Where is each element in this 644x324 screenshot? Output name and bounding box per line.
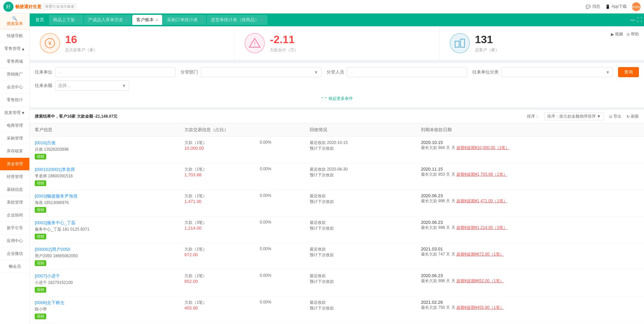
last-payment: 最近收款 2020-06-30 — [310, 167, 411, 172]
customer-phone: 用户2050 18665062050 — [35, 253, 174, 259]
filter-item-dept: 分管部门 ▼ — [180, 67, 321, 77]
debt-amount[interactable]: 1,471.00 — [185, 199, 250, 204]
overdue-link[interactable]: 超期¥超期¥652.00（1笔） — [456, 278, 504, 283]
last-payment: 最近收款 — [310, 273, 411, 279]
tab-close-icon4[interactable]: ✕ — [199, 18, 202, 22]
refresh-btn[interactable]: ↻ 刷新 — [626, 114, 639, 119]
overdue-link[interactable]: 超期¥超期¥1,471.00（1笔） — [456, 199, 507, 203]
customer-cell: [0001020001]李老师 李老师 18600391516 现销 — [30, 163, 179, 190]
collapse-btn[interactable]: ⌃⌃ 收起更多条件 — [321, 96, 353, 101]
customer-name-link[interactable]: [0016]吕俊 — [35, 140, 56, 145]
table-row: [000002]用户2050 用户2050 18665062050 现销 欠款（… — [30, 243, 644, 270]
sidebar-item-basic-info[interactable]: 基础信息 — [0, 183, 29, 196]
filter-select-dept[interactable]: ▼ — [201, 67, 321, 77]
filter-input-person[interactable]: ··· — [347, 67, 467, 77]
customer-name-link[interactable]: [0001020001]李老师 — [35, 167, 75, 172]
tab-close-icon[interactable]: ✕ — [77, 18, 79, 22]
stat-info-3: 131 总客户（家） — [475, 33, 499, 53]
customer-name-link[interactable]: [0003]畅捷服务尹海燕 — [35, 194, 78, 199]
sidebar-item-newbie[interactable]: 新手引导 — [0, 222, 29, 235]
debt-cell: 欠款（1笔） 10,000.00 — [179, 137, 255, 163]
col-customer: 客户信息 — [30, 123, 179, 137]
chevron-down-icon: ▼ — [314, 70, 318, 75]
tab-close-icon3[interactable]: ✕ — [156, 18, 158, 22]
tab-product-history[interactable]: 产成品入库单历史 ✕ — [84, 15, 132, 25]
svg-text:!: ! — [254, 41, 255, 47]
filter-select-balance[interactable]: 选择... ▼ — [55, 81, 129, 91]
avatar[interactable]: demo2 — [632, 2, 641, 11]
tab-inbound-summary[interactable]: 进货单统计表（按商品） ✕ — [207, 15, 268, 25]
table-row: [000001]黄思源 黄思源 13552700226 现销 欠款（1笔） 42… — [30, 323, 644, 324]
customer-name-link[interactable]: [000002]用户2050 — [35, 247, 71, 252]
video-btn[interactable]: ▶ 视频 — [611, 31, 623, 37]
customer-phone: 吕俊 13026203696 — [35, 147, 174, 152]
debt-amount[interactable]: 672.00 — [185, 252, 250, 257]
sidebar-item-system[interactable]: 系统管理 — [0, 196, 29, 209]
sidebar-item-app-center[interactable]: 应用中心 — [0, 235, 29, 247]
debt-amount[interactable]: 10,000.00 — [185, 146, 250, 151]
overdue-link[interactable]: 超期¥超期¥455.90（1笔） — [456, 305, 504, 310]
customer-name-link[interactable]: [0006]去下粮仓 — [35, 300, 64, 305]
sort-select[interactable]: 排序：按欠款金额倒序排序 ▼ — [544, 113, 604, 120]
debt-count: 欠款（1笔） — [185, 167, 250, 172]
overdue-link[interactable]: 超期¥超期¥1,214.00（3笔） — [456, 225, 507, 230]
sidebar-item-retail-stat[interactable]: 零售统计 — [0, 94, 29, 107]
overdue-link[interactable]: 超期¥超期¥1,703.68（1笔） — [456, 172, 507, 177]
sidebar-item-purchase[interactable]: 采购管理 — [0, 132, 29, 145]
tab-customer-account[interactable]: 客户账本 ✕ — [132, 15, 162, 25]
overdue-link[interactable]: 超期¥超期¥672.00（1笔） — [456, 252, 504, 257]
debt-amount[interactable]: 1,703.68 — [185, 172, 250, 177]
debt-percent: 0.00% — [260, 300, 300, 304]
sidebar-item-retail-mgmt[interactable]: 零售管理 ▲ — [0, 42, 29, 55]
debt-percent: 0.00% — [260, 140, 300, 145]
sidebar-item-member2[interactable]: 畅会员 — [0, 260, 29, 273]
app-download-btn[interactable]: 📱 App下载 — [605, 4, 627, 9]
customer-cell: [0007]小进干 小进干 18279152100 现销 — [30, 270, 179, 296]
tab-home[interactable]: 首页 — [31, 15, 48, 25]
debt-percent: 0.00% — [260, 193, 300, 198]
sidebar-item-marketing[interactable]: 营销推广 — [0, 68, 29, 81]
debt-amount[interactable]: 652.00 — [185, 279, 250, 284]
customer-name-link[interactable]: [0007]小进干 — [35, 273, 60, 278]
search-button[interactable]: 查询 — [618, 67, 639, 77]
filter-row-2: 往来余额 选择... ▼ — [35, 81, 639, 91]
sidebar-item-quick-nav[interactable]: 快捷导航 — [0, 30, 29, 42]
sidebar-item-enterprise[interactable]: 企业协同 — [0, 209, 29, 222]
help-icon: ⊙ — [626, 32, 630, 37]
next-payment: 预计下次收款 — [310, 172, 411, 178]
sidebar-item-inventory[interactable]: 库存核算 — [0, 145, 29, 158]
overdue-link[interactable]: 超期¥超期¥10,000.00（1笔） — [456, 145, 509, 150]
customer-name-link[interactable]: [0002]服务中心_丁磊 — [35, 220, 76, 225]
tab-purchase-summary[interactable]: 采购订单统计表 ✕ — [163, 15, 206, 25]
tab-goods-toggle[interactable]: 商品上下架 ✕ — [49, 15, 83, 25]
filter-input-unit[interactable]: ··· — [55, 67, 175, 77]
tab-close-icon2[interactable]: ✕ — [125, 18, 128, 22]
debt-amount[interactable]: 455.90 — [185, 305, 250, 311]
customer-tag: 现销 — [35, 260, 46, 266]
next-payment: 预计下次收款 — [310, 226, 411, 231]
sidebar-item-batch-mgmt[interactable]: 批发管理 ▼ — [0, 107, 29, 119]
tab-close-icon5[interactable]: ✕ — [261, 18, 263, 22]
help-btn[interactable]: ⊙ 帮助 — [626, 31, 639, 37]
debt-percent: 0.00% — [260, 167, 300, 171]
sidebar-search[interactable]: 🔍 搜索菜单 — [0, 13, 29, 30]
debt-amount[interactable]: 1,214.00 — [185, 226, 250, 231]
next-payment: 预计下次收款 — [310, 279, 411, 285]
chevron-up-icon: ⌃⌃ — [321, 96, 328, 101]
sidebar-item-wechat[interactable]: 企业微信 — [0, 247, 29, 260]
sidebar-item-ecommerce[interactable]: 电商管理 — [0, 119, 29, 132]
message-btn[interactable]: 💬 消息 — [586, 4, 600, 9]
filter-item-balance: 往来余额 选择... ▼ — [35, 81, 129, 91]
sidebar-item-retail-mall[interactable]: 零售商城 — [0, 55, 29, 68]
last-payment: 最近收款 — [310, 220, 411, 226]
export-btn[interactable]: ⊙ 导出 — [609, 114, 621, 119]
filter-select-category[interactable]: ▼ — [501, 67, 613, 77]
overdue-days: 最长欠款 884 天 天 超期¥超期¥10,000.00（1笔） — [421, 145, 639, 151]
phone-icon: 📱 — [605, 4, 610, 9]
sidebar-item-member[interactable]: 会员中心 — [0, 81, 29, 94]
sidebar-item-finance[interactable]: 资金管理 — [0, 158, 29, 171]
sidebar-item-operation[interactable]: 经营管理 — [0, 171, 29, 183]
tab-minimize-icon[interactable]: — — [630, 17, 635, 23]
tab-maximize-icon[interactable]: ⛶ — [637, 17, 642, 23]
stat-info-2: -2.11 欠款合计（万） — [270, 33, 298, 53]
